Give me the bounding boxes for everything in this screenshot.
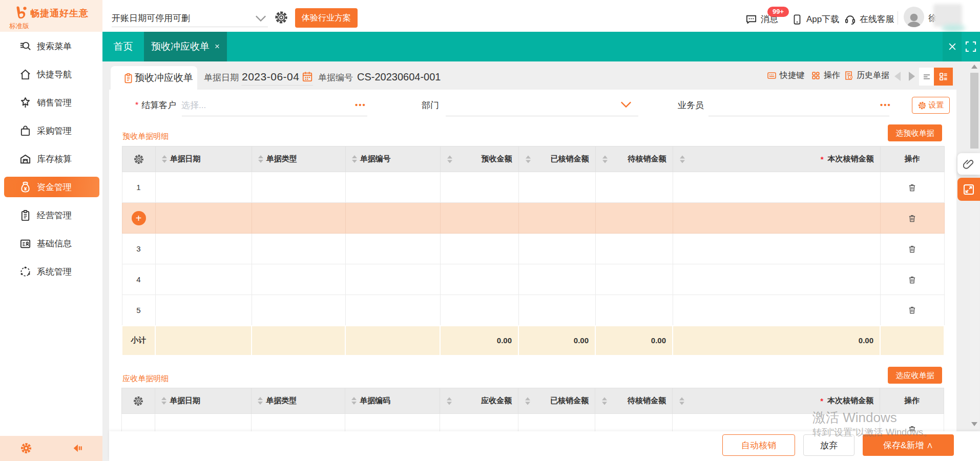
next-doc-arrow[interactable] (909, 72, 915, 81)
sort-icon[interactable] (161, 397, 166, 405)
cell-doc-type[interactable] (252, 295, 345, 326)
col-current-writeoff-amount[interactable]: *本次核销金额 (673, 146, 880, 172)
cell-pending-amount[interactable] (595, 264, 673, 295)
col-doc-type[interactable]: 单据类型 (252, 146, 345, 172)
vertical-scrollbar[interactable] (970, 61, 979, 429)
sort-icon[interactable] (258, 397, 263, 405)
col-doc-no[interactable]: 单据编号 (345, 146, 440, 172)
doc-type-tab[interactable]: 预收冲应收单 (111, 66, 197, 90)
select-receivable-docs-button[interactable]: 选应收单据 (888, 367, 942, 384)
cell-doc-date[interactable] (155, 234, 252, 264)
delete-row-icon[interactable] (908, 214, 916, 223)
online-service-menu[interactable]: 在线客服 (844, 13, 894, 25)
sidebar-item-quick-nav[interactable]: 快捷导航 (0, 64, 102, 85)
settings-button[interactable]: 设置 (912, 97, 950, 114)
add-row-button[interactable]: + (132, 211, 146, 225)
sidebar-item-search-menu[interactable]: 搜索菜单 (0, 36, 102, 56)
expand-tool[interactable] (957, 178, 980, 201)
sidebar-item-system[interactable]: 系统管理 (0, 261, 102, 282)
sidebar-item-operations[interactable]: 经营管理 (0, 205, 102, 225)
sort-icon[interactable] (526, 155, 531, 163)
cell-prepaid-amount[interactable] (440, 234, 518, 264)
account-set-selector[interactable]: 开账日期可停用可删 (112, 12, 190, 24)
sort-icon[interactable] (351, 397, 357, 405)
cell-pending-amount[interactable] (595, 203, 673, 234)
sidebar-item-sales[interactable]: 销售管理 (0, 92, 102, 113)
col-pending-amount[interactable]: 待核销金额 (595, 146, 673, 172)
cell-doc-no[interactable] (345, 234, 440, 264)
tabbar-close-button[interactable] (943, 32, 962, 61)
cell-pending-amount[interactable] (595, 172, 673, 203)
sidebar-item-purchase[interactable]: 采购管理 (0, 120, 102, 141)
app-download-menu[interactable]: App下载 (791, 13, 839, 25)
history-docs-button[interactable]: 历史单据 (844, 70, 889, 81)
cell-current-writeoff[interactable] (673, 172, 880, 203)
doc-date-value[interactable]: 2023-06-04 (242, 71, 299, 83)
select-prepaid-docs-button[interactable]: 选预收单据 (888, 124, 942, 141)
scrollbar-thumb[interactable] (970, 73, 978, 149)
cell-doc-type[interactable] (252, 264, 345, 295)
col-receivable-amount[interactable]: 应收金额 (440, 388, 518, 414)
avatar[interactable] (904, 7, 924, 27)
scroll-up-arrow[interactable] (971, 65, 977, 69)
sort-icon[interactable] (258, 155, 263, 163)
table-row-highlighted[interactable]: + (122, 203, 944, 234)
discard-button[interactable]: 放弃 (803, 434, 854, 456)
customer-input[interactable]: 选择... (181, 99, 206, 111)
table-row[interactable]: 4 (122, 264, 944, 295)
cell-doc-date[interactable] (155, 203, 252, 234)
cell-current-writeoff[interactable] (673, 295, 880, 326)
cell-doc-no[interactable] (345, 295, 440, 326)
cell-doc-type[interactable] (252, 203, 345, 234)
sidebar-item-inventory[interactable]: 库存核算 (0, 149, 102, 169)
cell-prepaid-amount[interactable] (440, 264, 518, 295)
tab-home[interactable]: 首页 (102, 32, 144, 61)
sort-icon[interactable] (602, 155, 608, 163)
table-row[interactable]: 3 (122, 234, 944, 264)
sort-icon[interactable] (602, 397, 607, 405)
sort-icon[interactable] (525, 397, 530, 405)
delete-row-icon[interactable] (908, 275, 916, 284)
cell-doc-date[interactable] (155, 295, 252, 326)
sort-icon[interactable] (680, 155, 685, 163)
shortcut-keys-button[interactable]: 快捷键 (767, 70, 804, 81)
delete-row-icon[interactable] (908, 244, 916, 254)
cell-doc-no[interactable] (345, 203, 440, 234)
cell-prepaid-amount[interactable] (440, 203, 518, 234)
calendar-icon[interactable] (302, 71, 313, 82)
table-row[interactable]: 1 (122, 172, 944, 203)
col-pending-amount[interactable]: 待核销金额 (595, 388, 673, 414)
cell-writtenoff-amount[interactable] (518, 203, 595, 234)
fullscreen-icon[interactable] (965, 40, 977, 53)
cell-writtenoff-amount[interactable] (518, 234, 595, 264)
col-doc-type[interactable]: 单据类型 (252, 388, 345, 414)
col-writtenoff-amount[interactable]: 已核销金额 (518, 146, 595, 172)
scroll-down-arrow[interactable] (971, 422, 977, 426)
tab-prepaid-writeoff[interactable]: 预收冲应收单 × (144, 32, 227, 61)
operations-button[interactable]: 操作 (811, 70, 840, 81)
col-current-writeoff-amount[interactable]: *本次核销金额 (673, 388, 880, 414)
cell-pending-amount[interactable] (595, 295, 673, 326)
cell-doc-no[interactable] (345, 264, 440, 295)
cell-writtenoff-amount[interactable] (518, 172, 595, 203)
sort-icon[interactable] (162, 155, 167, 163)
cell-doc-type[interactable] (252, 234, 345, 264)
attachment-tool[interactable] (957, 153, 980, 175)
cell-current-writeoff[interactable] (673, 234, 880, 264)
cell-doc-no[interactable] (345, 172, 440, 203)
col-prepaid-amount[interactable]: 预收金额 (440, 146, 518, 172)
sort-icon[interactable] (447, 155, 452, 163)
table-row[interactable]: 5 (122, 295, 944, 326)
sidebar-item-base-info[interactable]: 基础信息 (0, 233, 102, 254)
sidebar-item-funds[interactable]: 资金管理 (4, 177, 99, 197)
cell-current-writeoff[interactable] (673, 203, 880, 234)
sort-icon[interactable] (447, 397, 452, 405)
delete-row-icon[interactable] (908, 183, 916, 192)
chevron-down-icon[interactable] (255, 14, 266, 23)
tab-close-icon[interactable]: × (215, 41, 220, 52)
cell-writtenoff-amount[interactable] (518, 264, 595, 295)
salesman-picker-dots[interactable]: ••• (880, 100, 891, 109)
col-doc-date[interactable]: 单据日期 (155, 388, 252, 414)
cell-pending-amount[interactable] (595, 234, 673, 264)
column-settings-cell[interactable] (122, 388, 155, 414)
